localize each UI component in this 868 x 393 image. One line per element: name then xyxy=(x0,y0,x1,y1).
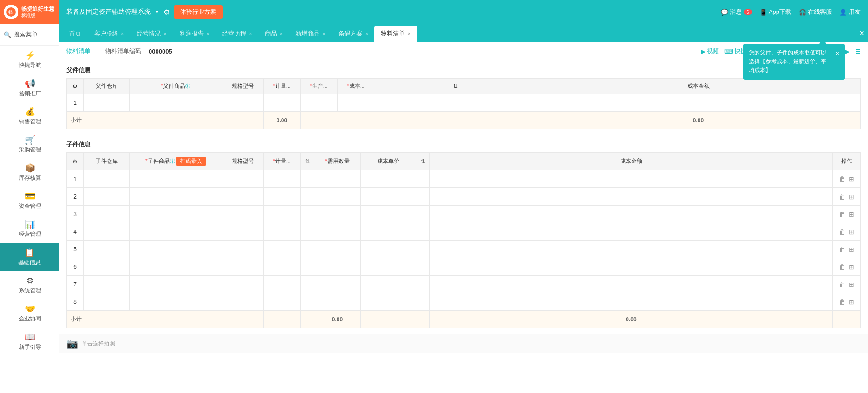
child-delete-6[interactable]: 🗑 xyxy=(839,263,845,271)
settings-button[interactable]: ⚙ xyxy=(163,8,170,17)
tab-customer-close[interactable]: × xyxy=(121,31,124,36)
sidebar-item-finance[interactable]: 💳 资金管理 xyxy=(0,187,59,215)
child-unit-6[interactable] xyxy=(264,258,301,276)
child-product-6[interactable] xyxy=(130,258,222,276)
sidebar-item-quick-nav[interactable]: ⚡ 快捷导航 xyxy=(0,46,59,74)
child-product-3[interactable] xyxy=(130,206,222,223)
sidebar-item-basic-info[interactable]: 📋 基础信息 xyxy=(0,243,59,271)
child-qty-2[interactable] xyxy=(314,188,361,206)
child-warehouse-4[interactable] xyxy=(84,223,130,241)
child-qty-6[interactable] xyxy=(314,258,361,276)
child-copy-1[interactable]: ⊞ xyxy=(849,175,854,183)
sidebar-item-inventory[interactable]: 📦 库存核算 xyxy=(0,158,59,187)
system-dropdown-arrow[interactable]: ▼ xyxy=(154,9,160,15)
video-button[interactable]: ▶ 视频 xyxy=(701,47,719,55)
child-unit-2[interactable] xyxy=(264,188,301,206)
child-spec-2[interactable] xyxy=(222,188,264,206)
app-download-button[interactable]: 📱 App下载 xyxy=(760,8,791,16)
child-warehouse-5[interactable] xyxy=(84,241,130,258)
sidebar-item-system[interactable]: ⚙ 系统管理 xyxy=(0,271,59,299)
message-button[interactable]: 💬 消息 6 xyxy=(721,8,752,16)
child-qty-3[interactable] xyxy=(314,206,361,223)
child-copy-8[interactable]: ⊞ xyxy=(849,298,854,306)
tab-bom-close[interactable]: × xyxy=(408,31,410,36)
nav-next-button[interactable]: ▶ xyxy=(845,48,850,55)
child-unit-1[interactable] xyxy=(264,170,301,188)
child-spec-7[interactable] xyxy=(222,276,264,293)
tab-new-goods-close[interactable]: × xyxy=(322,31,325,36)
child-qty-5[interactable] xyxy=(314,241,361,258)
child-spec-6[interactable] xyxy=(222,258,264,276)
child-unitcost-7[interactable] xyxy=(361,276,416,293)
child-product-8[interactable] xyxy=(130,293,222,311)
child-unitcost-4[interactable] xyxy=(361,223,416,241)
tab-bom[interactable]: 物料清单 × xyxy=(374,26,417,42)
child-unitcost-1[interactable] xyxy=(361,170,416,188)
child-delete-3[interactable]: 🗑 xyxy=(839,211,845,218)
child-copy-3[interactable]: ⊞ xyxy=(849,211,854,218)
tooltip-close-button[interactable]: × xyxy=(836,48,839,59)
user-button[interactable]: 👤 用友 xyxy=(839,8,861,16)
child-spec-3[interactable] xyxy=(222,206,264,223)
parent-cost-cell[interactable] xyxy=(338,94,374,112)
child-qty-7[interactable] xyxy=(314,276,361,293)
child-warehouse-1[interactable] xyxy=(84,170,130,188)
tab-goods-close[interactable]: × xyxy=(280,31,283,36)
child-spec-1[interactable] xyxy=(222,170,264,188)
child-delete-1[interactable]: 🗑 xyxy=(839,175,845,183)
list-view-button[interactable]: ☰ xyxy=(855,48,861,55)
sidebar-item-management[interactable]: 📊 经营管理 xyxy=(0,215,59,243)
tab-profit-close[interactable]: × xyxy=(206,31,209,36)
breadcrumb-bom[interactable]: 物料清单 xyxy=(66,47,90,55)
tab-home[interactable]: 首页 xyxy=(63,26,88,42)
tab-operation-close[interactable]: × xyxy=(163,31,166,36)
online-service-button[interactable]: 🎧 在线客服 xyxy=(799,8,832,16)
tab-operation[interactable]: 经营情况 × xyxy=(130,26,173,42)
child-unitcost-8[interactable] xyxy=(361,293,416,311)
child-copy-4[interactable]: ⊞ xyxy=(849,228,854,236)
tab-customer[interactable]: 客户联络 × xyxy=(88,26,130,42)
child-unit-7[interactable] xyxy=(264,276,301,293)
tab-goods[interactable]: 商品 × xyxy=(259,26,289,42)
child-warehouse-2[interactable] xyxy=(84,188,130,206)
sidebar-item-sales[interactable]: 💰 销售管理 xyxy=(0,102,59,130)
child-delete-4[interactable]: 🗑 xyxy=(839,228,845,236)
child-product-5[interactable] xyxy=(130,241,222,258)
parent-prod-cell[interactable] xyxy=(301,94,338,112)
parent-product-cell[interactable] xyxy=(130,94,222,112)
child-unitcost-5[interactable] xyxy=(361,241,416,258)
sidebar-item-enterprise[interactable]: 🤝 企业协同 xyxy=(0,299,59,327)
child-spec-4[interactable] xyxy=(222,223,264,241)
child-delete-2[interactable]: 🗑 xyxy=(839,193,845,200)
child-copy-7[interactable]: ⊞ xyxy=(849,281,854,288)
child-spec-8[interactable] xyxy=(222,293,264,311)
experience-button[interactable]: 体验行业方案 xyxy=(174,5,223,19)
child-warehouse-7[interactable] xyxy=(84,276,130,293)
child-delete-5[interactable]: 🗑 xyxy=(839,246,845,253)
child-unitcost-6[interactable] xyxy=(361,258,416,276)
child-unitcost-3[interactable] xyxy=(361,206,416,223)
child-product-4[interactable] xyxy=(130,223,222,241)
child-copy-5[interactable]: ⊞ xyxy=(849,246,854,253)
parent-spec-cell[interactable] xyxy=(222,94,264,112)
tab-profit[interactable]: 利润报告 × xyxy=(173,26,216,42)
child-warehouse-8[interactable] xyxy=(84,293,130,311)
parent-warehouse-cell[interactable] xyxy=(84,94,130,112)
tab-barcode-close[interactable]: × xyxy=(365,31,368,36)
tab-history-close[interactable]: × xyxy=(249,31,252,36)
scan-input-button[interactable]: 扫码录入 xyxy=(176,157,206,166)
child-unitcost-2[interactable] xyxy=(361,188,416,206)
child-product-1[interactable] xyxy=(130,170,222,188)
child-unit-3[interactable] xyxy=(264,206,301,223)
child-delete-7[interactable]: 🗑 xyxy=(839,281,845,288)
child-delete-8[interactable]: 🗑 xyxy=(839,298,845,306)
child-product-7[interactable] xyxy=(130,276,222,293)
child-qty-4[interactable] xyxy=(314,223,361,241)
child-qty-1[interactable] xyxy=(314,170,361,188)
child-copy-2[interactable]: ⊞ xyxy=(849,193,854,200)
sidebar-item-purchase[interactable]: 🛒 采购管理 xyxy=(0,130,59,158)
child-warehouse-3[interactable] xyxy=(84,206,130,223)
child-spec-5[interactable] xyxy=(222,241,264,258)
child-copy-6[interactable]: ⊞ xyxy=(849,263,854,271)
child-unit-8[interactable] xyxy=(264,293,301,311)
